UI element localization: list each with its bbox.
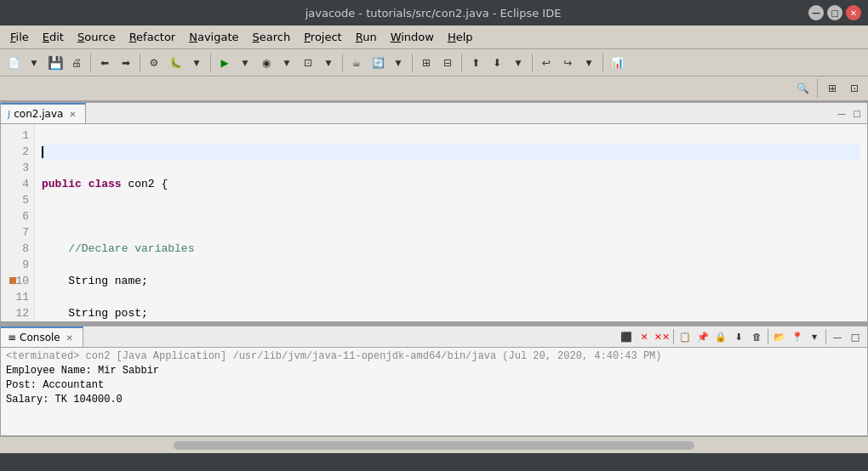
minimize-editor-btn[interactable]: — xyxy=(835,106,848,120)
prev-edit-btn[interactable]: ⬅ xyxy=(94,53,115,73)
back-btn[interactable]: ↩ xyxy=(536,53,557,73)
sync-dd[interactable]: ▼ xyxy=(388,53,408,73)
run-btn[interactable]: ▶ xyxy=(214,53,235,73)
anno-dd[interactable]: ▼ xyxy=(508,53,528,73)
code-line-6: String post; xyxy=(42,305,860,321)
console-stop-btn[interactable]: ⬛ xyxy=(618,328,635,345)
persp-btn2[interactable]: ⊡ xyxy=(844,78,865,99)
con-sep1 xyxy=(673,329,674,344)
menu-file[interactable]: File xyxy=(3,28,36,46)
print-btn[interactable]: 🖨 xyxy=(66,53,87,73)
console-tab-bar: ≡ Console ✕ ⬛ ✕ ✕✕ 📋 📌 🔒 ⬇ 🗑 📂 📍 ▼ — □ xyxy=(1,326,867,348)
debug-btn[interactable]: 🐛 xyxy=(165,53,186,73)
console-paste-btn[interactable]: 📌 xyxy=(694,328,711,345)
console-min-btn[interactable]: — xyxy=(829,328,846,345)
coverage-dd[interactable]: ▼ xyxy=(277,53,297,73)
sep3 xyxy=(210,54,211,72)
console-line-3: Salary: TK 104000.0 xyxy=(6,393,862,407)
line-num-9: 9 xyxy=(9,257,29,273)
next-edit-btn[interactable]: ➡ xyxy=(116,53,136,73)
expand-btn[interactable]: ⊞ xyxy=(416,53,437,73)
menu-navigate[interactable]: Navigate xyxy=(182,28,245,46)
editor-tab-con2[interactable]: J con2.java ✕ xyxy=(1,103,86,123)
menu-search[interactable]: Search xyxy=(246,28,298,46)
next-anno-btn[interactable]: ⬇ xyxy=(487,53,507,73)
console-tab-spacer xyxy=(83,326,614,347)
menu-project[interactable]: Project xyxy=(297,28,349,46)
console-line-2: Post: Accountant xyxy=(6,378,862,393)
persp-btn1[interactable]: ⊞ xyxy=(822,78,842,99)
code-line-4: //Declare variables xyxy=(42,241,860,257)
maximize-button[interactable]: □ xyxy=(827,5,842,20)
console-container: ≡ Console ✕ ⬛ ✕ ✕✕ 📋 📌 🔒 ⬇ 🗑 📂 📍 ▼ — □ xyxy=(0,326,868,436)
horizontal-scrollbar[interactable] xyxy=(174,441,694,450)
menu-bar: File Edit Source Refactor Navigate Searc… xyxy=(0,26,868,49)
line-num-7: 7 xyxy=(9,224,29,241)
con-sep3 xyxy=(825,329,826,344)
code-line-2: public class con2 { xyxy=(42,176,860,192)
menu-window[interactable]: Window xyxy=(384,28,441,46)
new-dropdown[interactable]: ▼ xyxy=(24,53,44,73)
line-num-4: 4 xyxy=(9,176,29,192)
new-java-btn[interactable]: ☕ xyxy=(346,53,367,73)
coverage-btn[interactable]: ◉ xyxy=(256,53,277,73)
profile-btn[interactable]: ⊡ xyxy=(298,53,318,73)
menu-refactor[interactable]: Refactor xyxy=(123,28,183,46)
code-editor[interactable]: 1 2 3 4 5 6 7 8 9 10 11 12 13 14 15 publ… xyxy=(1,124,867,321)
maximize-editor-btn[interactable]: □ xyxy=(850,106,864,120)
console-scroll-lock-btn[interactable]: 🔒 xyxy=(712,328,729,345)
window-controls: — □ ✕ xyxy=(808,5,861,20)
line-num-5: 5 xyxy=(9,192,29,208)
sep1 xyxy=(90,54,91,72)
editor-container: J con2.java ✕ — □ 1 2 3 4 5 6 7 8 9 10 1… xyxy=(0,102,868,322)
console-output[interactable]: <terminated> con2 [Java Application] /us… xyxy=(1,348,867,435)
forward-btn[interactable]: ↪ xyxy=(557,53,578,73)
new-btn[interactable]: 📄 xyxy=(3,53,24,73)
open-perspective-btn[interactable]: 📊 xyxy=(607,53,627,73)
menu-edit[interactable]: Edit xyxy=(36,28,71,46)
sep6 xyxy=(461,54,462,72)
console-terminate-btn[interactable]: ✕ xyxy=(636,328,653,345)
line-num-6: 6 xyxy=(9,208,29,224)
tab-close-btn[interactable]: ✕ xyxy=(66,108,78,120)
console-terminated-line: <terminated> con2 [Java Application] /us… xyxy=(6,349,862,364)
window-title: javacode - tutorials/src/con2.java - Ecl… xyxy=(58,7,808,20)
menu-source[interactable]: Source xyxy=(71,28,123,46)
close-button[interactable]: ✕ xyxy=(846,5,861,20)
line-num-11: 11 xyxy=(9,289,29,305)
menu-help[interactable]: Help xyxy=(441,28,480,46)
open-task-btn[interactable]: ⚙ xyxy=(144,53,164,73)
line-num-2: 2 xyxy=(9,144,29,160)
nav-dd[interactable]: ▼ xyxy=(579,53,599,73)
run-dd[interactable]: ▼ xyxy=(235,53,255,73)
collapse-btn[interactable]: ⊟ xyxy=(437,53,458,73)
tab-controls: — □ xyxy=(831,103,867,123)
console-open-btn[interactable]: 📂 xyxy=(771,328,788,345)
console-copy-btn[interactable]: 📋 xyxy=(677,328,694,345)
console-icon: ≡ xyxy=(8,332,16,343)
editor-tab-bar: J con2.java ✕ — □ xyxy=(1,103,867,124)
console-tab[interactable]: ≡ Console ✕ xyxy=(1,326,83,347)
console-terminate-all-btn[interactable]: ✕✕ xyxy=(654,328,671,345)
run-dropdown[interactable]: ▼ xyxy=(186,53,207,73)
title-bar: javacode - tutorials/src/con2.java - Ecl… xyxy=(0,0,868,26)
console-pin-dd[interactable]: ▼ xyxy=(806,328,823,345)
console-line-1: Employee Name: Mir Sabbir xyxy=(6,364,862,378)
search-icon-btn[interactable]: 🔍 xyxy=(792,78,813,99)
sync-btn[interactable]: 🔄 xyxy=(368,53,388,73)
tab-label: con2.java xyxy=(14,108,63,120)
save-btn[interactable]: 💾 xyxy=(45,53,66,73)
line-num-10: 10 xyxy=(9,273,29,289)
code-line-1 xyxy=(42,144,860,160)
minimize-button[interactable]: — xyxy=(808,5,824,20)
console-tab-close[interactable]: ✕ xyxy=(64,332,76,343)
menu-run[interactable]: Run xyxy=(349,28,384,46)
profile-dd[interactable]: ▼ xyxy=(318,53,339,73)
console-pin-btn[interactable]: 📍 xyxy=(789,328,806,345)
java-file-icon: J xyxy=(8,109,10,120)
console-scroll-end-btn[interactable]: ⬇ xyxy=(730,328,747,345)
console-clear-btn[interactable]: 🗑 xyxy=(748,328,765,345)
prev-anno-btn[interactable]: ⬆ xyxy=(465,53,486,73)
console-max-btn[interactable]: □ xyxy=(847,328,864,345)
code-content[interactable]: public class con2 { //Declare variables … xyxy=(35,124,867,321)
